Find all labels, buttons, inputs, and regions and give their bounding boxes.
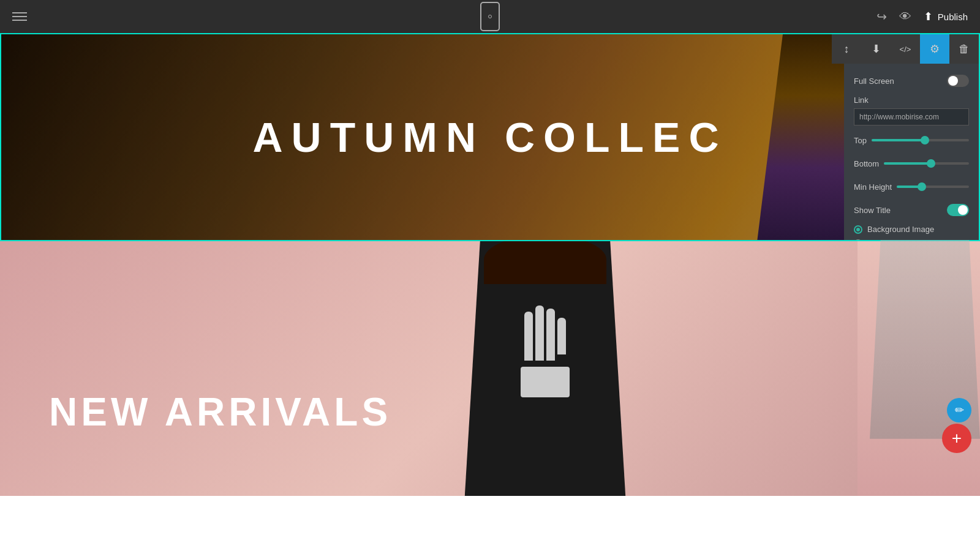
publish-button[interactable]: ⬆ Publish	[924, 10, 968, 23]
bg-image-row: Background Image	[854, 225, 969, 234]
link-input[interactable]	[854, 108, 969, 126]
download-tool-button[interactable]: ⬇	[861, 34, 891, 64]
bottom-slider[interactable]	[884, 162, 969, 165]
preview-icon[interactable]: 👁	[899, 10, 911, 24]
full-screen-label: Full Screen	[854, 77, 894, 86]
full-screen-row: Full Screen	[854, 72, 969, 89]
bottom-label: Bottom	[854, 159, 879, 168]
reorder-tool-button[interactable]: ↕	[832, 34, 861, 64]
hamburger-menu[interactable]	[12, 10, 27, 23]
min-height-row: Min Height	[854, 178, 969, 195]
publish-label: Publish	[938, 12, 968, 22]
arrivals-person-container	[392, 241, 698, 496]
arrivals-right-person	[858, 241, 980, 496]
link-label: Link	[854, 96, 869, 105]
new-arrivals-section: NEW ARRIVALS	[0, 241, 980, 496]
code-tool-button[interactable]: </>	[891, 34, 920, 64]
bg-image-radio[interactable]	[854, 225, 862, 234]
new-arrivals-title: NEW ARRIVALS	[49, 389, 391, 435]
hero-section: AUTUMN COLLEC ↕ ⬇ </> ⚙ 🗑 Full Screen Li…	[0, 33, 980, 241]
add-fab-icon: +	[952, 429, 962, 448]
top-row: Top	[854, 132, 969, 149]
settings-tool-button[interactable]: ⚙	[920, 34, 949, 64]
edit-fab-icon: ✏	[955, 403, 964, 417]
show-title-label: Show Title	[854, 206, 891, 215]
edit-fab-button[interactable]: ✏	[947, 398, 971, 422]
toolbar-right: ↩ 👁 ⬆ Publish	[876, 9, 968, 24]
bg-image-label: Background Image	[867, 225, 934, 234]
delete-tool-button[interactable]: 🗑	[949, 34, 979, 64]
min-height-label: Min Height	[854, 182, 892, 192]
show-title-toggle[interactable]	[947, 204, 969, 216]
show-title-row: Show Title	[854, 201, 969, 219]
top-slider[interactable]	[872, 139, 969, 141]
add-fab-button[interactable]: +	[942, 424, 971, 453]
upload-icon: ⬆	[924, 10, 933, 23]
top-label: Top	[854, 136, 867, 145]
min-height-slider[interactable]	[897, 186, 969, 188]
bottom-row: Bottom	[854, 155, 969, 172]
hero-title: AUTUMN COLLEC	[252, 113, 727, 161]
skeleton-hand-graphic	[496, 290, 594, 425]
full-screen-toggle[interactable]	[947, 75, 969, 87]
device-preview-center	[480, 2, 500, 31]
arrivals-hair	[484, 241, 606, 284]
phone-preview-icon[interactable]	[480, 2, 500, 31]
canvas-area: New Arrivals Hot Sales StoreM4 Just Rest…	[0, 33, 980, 496]
undo-icon[interactable]: ↩	[876, 9, 887, 24]
section-toolbar: ↕ ⬇ </> ⚙ 🗑	[832, 34, 979, 64]
top-toolbar: ↩ 👁 ⬆ Publish	[0, 0, 980, 33]
settings-panel: Full Screen Link Top Bottom	[844, 64, 979, 241]
